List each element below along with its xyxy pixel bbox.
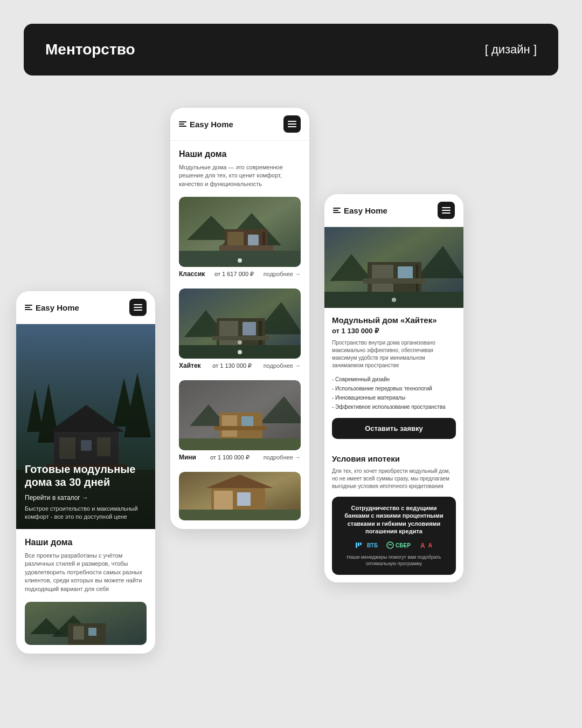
svg-rect-45 [214,426,267,430]
house-item-klassik: Классик от 1 617 000 ₽ подробнее → [170,197,309,278]
left-section: Наши дома Все проекты разработаны с учёт… [16,529,155,602]
house-img-hajtek [179,289,301,359]
header-tag: [ дизайн ] [485,43,537,57]
svg-text:А: А [420,542,425,549]
middle-hamburger-icon [179,121,186,127]
hajtek-dot [238,350,242,354]
house-item-hajtek: Хайтек от 1 130 000 ₽ подробнее → [170,284,309,369]
svg-rect-35 [212,336,269,340]
svg-rect-33 [242,322,256,335]
house-info-hajtek: Хайтек от 1 130 000 ₽ подробнее → [179,362,301,369]
middle-section-header: Наши дома Модульные дома — это современн… [170,141,309,197]
house-name-hajtek: Хайтек [179,362,201,369]
house-price-klassik: от 1 617 000 ₽ [214,271,254,278]
right-detail-content: Модульный дом «Хайтек» от 1 130 000 ₽ Пр… [324,308,463,411]
svg-point-62 [392,298,396,302]
svg-rect-64 [358,542,359,546]
right-detail-features: - Современный дизайн - Использование пер… [332,375,456,411]
alfa-logo: А А [419,541,432,549]
right-logo-text: Easy Home [344,206,387,215]
house-link-klassik[interactable]: подробнее → [264,271,301,277]
svg-rect-24 [248,235,259,245]
left-logo-text: Easy Home [36,303,79,312]
right-mortgage-text: Для тех, кто хочет приобрести модульный … [332,468,456,490]
right-mortgage-title: Условия ипотеки [332,454,456,463]
middle-page-title: Наши дома [179,149,301,159]
right-bank-card: Сотрудничество с ведущими банками с низк… [332,497,456,575]
phones-container: Easy Home [0,108,582,654]
left-hero: Готовые модульные дома за 30 дней Перейт… [16,324,155,529]
left-hero-text: Готовые модульные дома за 30 дней Перейт… [16,454,155,529]
feature-3: - Инновационные материалы [332,393,456,402]
left-menu-button[interactable] [129,299,147,316]
left-phone: Easy Home [16,291,155,654]
house-info-mini: Мини от 1 100 000 ₽ подробнее → [179,454,301,461]
feature-2: - Использование передовых технологий [332,384,456,393]
right-phone: Easy Home Модульный д [324,194,463,582]
right-cta-button[interactable]: Оставить заявку [332,418,456,439]
left-hero-subtitle: Быстрое строительство и максимальный ком… [25,505,147,520]
sber-logo: СБЕР [386,541,411,549]
house-name-klassik: Классик [179,270,205,278]
vtb-text: ВТБ [367,542,378,548]
left-hero-title: Готовые модульные дома за 30 дней [25,463,147,489]
house-price-mini: от 1 100 000 ₽ [210,454,250,461]
right-detail-img [324,227,463,308]
right-menu-button[interactable] [438,202,455,219]
right-detail-title: Модульный дом «Хайтек» [332,315,456,325]
left-hero-cta[interactable]: Перейти в каталог → [25,494,147,502]
right-nav: Easy Home [324,194,463,227]
right-bank-card-sub: Наши менеджеры помогут вам подобрать опт… [340,554,448,567]
middle-phone: Easy Home Наши дома Модульные дома — это… [170,108,309,529]
klassik-dot [238,258,242,263]
alfa-text: А [428,542,432,548]
header-banner: Менторство [ дизайн ] [24,24,558,75]
header-title: Менторство [45,41,135,58]
middle-logo-text: Easy Home [190,120,233,129]
svg-rect-46 [179,438,301,450]
left-section-text: Все проекты разработаны с учётом различн… [25,552,147,593]
feature-4: - Эффективное использование пространства [332,402,456,411]
hamburger-icon [25,305,32,310]
left-nav: Easy Home [16,291,155,324]
left-logo: Easy Home [25,303,79,312]
middle-logo: Easy Home [179,120,233,129]
svg-rect-17 [73,626,84,640]
svg-rect-32 [219,321,238,345]
svg-rect-18 [88,628,96,636]
right-bank-card-title: Сотрудничество с ведущими банками с низк… [340,504,448,535]
house-item-4 [170,468,309,529]
house-img-klassik [179,197,301,267]
house-link-mini[interactable]: подробнее → [264,454,301,461]
right-logo: Easy Home [333,206,387,215]
svg-rect-49 [214,491,233,512]
middle-page-subtitle: Модульные дома — это современное решение… [179,163,301,188]
right-detail-desc: Пространство внутри дома организовано ма… [332,339,456,369]
house-img-mini [179,380,301,450]
feature-1: - Современный дизайн [332,375,456,384]
svg-point-66 [387,542,393,548]
left-section-title: Наши дома [25,538,147,547]
right-hamburger-icon [333,208,341,213]
house-info-klassik: Классик от 1 617 000 ₽ подробнее → [179,270,301,278]
house-price-hajtek: от 1 130 000 ₽ [212,362,252,369]
right-mortgage-section: Условия ипотеки Для тех, кто хочет приоб… [324,447,463,582]
svg-point-37 [238,340,242,345]
left-bottom-img [16,602,155,654]
house-name-mini: Мини [179,454,196,461]
vtb-logo: ВТБ [356,541,378,549]
sber-text: СБЕР [396,542,411,548]
middle-menu-button[interactable] [283,115,301,133]
svg-rect-60 [363,278,425,284]
right-detail-price: от 1 130 000 ₽ [332,327,456,335]
bank-logos: ВТБ СБЕР А А [340,541,448,549]
svg-rect-50 [237,492,251,506]
svg-rect-52 [179,510,301,520]
svg-rect-26 [219,245,273,251]
house-link-hajtek[interactable]: подробнее → [264,362,301,369]
house-item-mini: Мини от 1 100 000 ₽ подробнее → [170,376,309,461]
middle-nav: Easy Home [170,108,309,141]
svg-rect-65 [360,542,362,545]
svg-rect-63 [356,542,357,548]
